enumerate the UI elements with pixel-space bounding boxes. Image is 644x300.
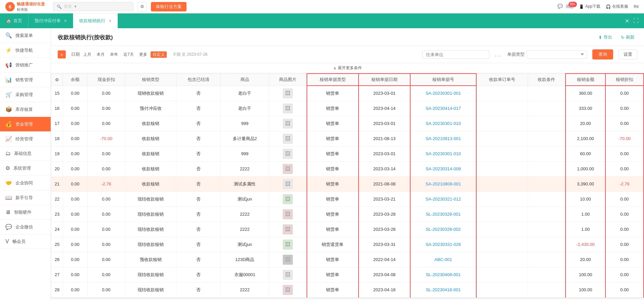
expand-more-button[interactable]: ∨ 展开更多条件: [333, 65, 362, 71]
sidebar-item-basic[interactable]: 🗂 基础信息: [0, 146, 51, 161]
verify-bill-no-link[interactable]: SL-20230328-002: [426, 227, 461, 232]
logo: 6 畅捷通谐好生意 标准版: [5, 1, 45, 12]
tab-home[interactable]: 🏠 首页: [0, 13, 29, 28]
cell-verify-amount: 60.00: [566, 146, 605, 161]
col-header-settings: ⚙: [51, 74, 63, 86]
mobile-icon: 📱: [579, 4, 584, 9]
app-download-button[interactable]: 📱 App下载: [579, 4, 600, 9]
verify-bill-no-link[interactable]: SA-20230321-012: [426, 197, 461, 202]
date-custom[interactable]: 自定义: [151, 51, 167, 58]
sidebar-item-operations[interactable]: 📈 经营管理: [0, 132, 51, 146]
sidebar-item-marketing[interactable]: 📢 营销推广: [0, 58, 51, 73]
sidebar-item-shortcut[interactable]: ⚡ 快捷导航: [0, 43, 51, 58]
cell-verify-bill-date: 2023-03-01: [359, 116, 410, 131]
cell-receipt-condition: [528, 282, 566, 297]
verify-bill-no-link[interactable]: SL-20230418-001: [426, 287, 461, 292]
sidebar-item-inventory[interactable]: 📦 库存核算: [0, 102, 51, 117]
sidebar-item-system[interactable]: ⚙ 系统管理: [0, 161, 51, 176]
cell-include-settled: 否: [176, 86, 221, 101]
cell-verify-amount: 3,390.00: [566, 176, 605, 191]
cell-receipt-order-no: [476, 267, 528, 282]
gear-button[interactable]: ⚙: [138, 2, 147, 11]
verify-bill-no-link[interactable]: SA-20230301-010: [426, 151, 461, 156]
verify-bill-no-link[interactable]: SA-20230314-008: [426, 166, 461, 171]
date-more[interactable]: 更多: [138, 51, 149, 58]
cell-verify-discount: -2.76: [605, 176, 644, 191]
goods-img: 🖼: [283, 149, 293, 159]
sidebar-item-member[interactable]: V 畅会员: [0, 234, 51, 249]
online-service-button[interactable]: 🎧 在线客服: [606, 4, 628, 9]
sidebar-item-corp[interactable]: 🤝 企业协同: [0, 176, 51, 190]
cell-id: 24: [51, 222, 63, 237]
settings-button[interactable]: 设置: [619, 49, 637, 59]
tab-close-all-icon[interactable]: ✕: [625, 18, 629, 24]
date-this-month[interactable]: 本月: [95, 51, 106, 58]
verify-bill-no-link[interactable]: SA-20230301-010: [426, 121, 461, 126]
cell-verify-type: 收款核销: [125, 146, 176, 161]
verify-bill-no-link[interactable]: SA-20210813-001: [426, 136, 461, 141]
sidebar-item-wechat[interactable]: 💬 企业微信: [0, 220, 51, 234]
expand-button[interactable]: »: [58, 50, 66, 58]
table-row: 27 0.00 0.00 现结收款核销 否 衣服00001 🖼 销货单 2023…: [51, 267, 644, 282]
cell-cash-discount: 0.00: [87, 282, 125, 297]
bill-type-select[interactable]: [527, 50, 587, 59]
cell-verify-bill-type: 销货单: [307, 252, 359, 267]
tab-verify-close[interactable]: ×: [109, 18, 111, 24]
tab-prepay[interactable]: 预付冲应付单 ×: [29, 13, 73, 28]
goods-img: 🖼: [283, 270, 293, 280]
verify-bill-no-link[interactable]: SA-20230331-026: [426, 242, 461, 247]
sidebar-item-finance[interactable]: 💰 资金管理: [0, 117, 51, 132]
sidebar-item-sales[interactable]: 📊 销售管理: [0, 73, 51, 87]
cell-goods: 测试多属性: [221, 176, 269, 191]
cell-verify-amount: -2,430.00: [566, 237, 605, 252]
cell-cash-discount: 0.00: [87, 252, 125, 267]
tab-prepay-close[interactable]: ×: [64, 18, 67, 24]
verify-bill-no-link[interactable]: SA-20210808-001: [426, 181, 461, 186]
cell-verify-type: 收款核销: [125, 176, 176, 191]
sidebar-item-purchase[interactable]: 🛒 采购管理: [0, 87, 51, 102]
sidebar-item-guide[interactable]: 📖 新手引导: [0, 190, 51, 205]
cell-verify-amount: 333.00: [566, 101, 605, 116]
user-name[interactable]: Rit: [634, 4, 639, 9]
verify-bill-no-link[interactable]: ABC-001: [434, 257, 452, 262]
cell-include-settled: 否: [176, 191, 221, 207]
main-layout: 🔍 搜索菜单 ⚡ 快捷导航 📢 营销推广 📊 销售管理 🛒 采购管理 📦 库存核…: [0, 28, 644, 300]
search-input-wrap[interactable]: 🔍 搜索 ▼: [53, 2, 133, 11]
export-button[interactable]: ⬆ 导出: [596, 33, 615, 42]
table-row: 20 0.00 0.00 收款核销 否 2222 🖼 销货单 2023-03-1…: [51, 161, 644, 176]
cell-cash-discount: 0.00: [87, 191, 125, 207]
verify-bill-no-link[interactable]: SA-20230414-017: [426, 106, 461, 111]
cell-verify-bill-no: SA-20230301-010: [410, 116, 476, 131]
tab-restore-icon[interactable]: ⛶: [633, 18, 639, 24]
message-button[interactable]: 💬 99+ 消息: [557, 4, 574, 9]
counterpart-input[interactable]: [422, 50, 489, 59]
search-placeholder: 搜索: [64, 4, 72, 9]
table-row: 24 0.00 0.00 现结收款核销 否 2222 🖼 销货单 2023-03…: [51, 222, 644, 237]
date-last-month[interactable]: 上月: [82, 51, 93, 58]
industry-button[interactable]: 体验行业方案: [151, 2, 186, 11]
sidebar-item-search[interactable]: 🔍 搜索菜单: [0, 28, 51, 43]
date-7days[interactable]: 近7天: [122, 51, 135, 58]
sidebar-item-label: 销售管理: [15, 77, 33, 83]
sidebar-item-hardware[interactable]: 🖥 智能硬件: [0, 205, 51, 220]
cell-balance: 0.00: [63, 282, 87, 297]
goods-img: 🖼: [283, 119, 293, 129]
sidebar-item-label: 经营管理: [15, 136, 33, 142]
col-header-verify-bill-no: 核销单据号: [410, 74, 476, 86]
sales-icon: 📊: [5, 77, 12, 83]
expand-more-label: 展开更多条件: [338, 65, 362, 71]
cell-verify-bill-no: SL-20230418-001: [410, 282, 476, 297]
table-row: 15 0.00 0.00 现销收款核销 否 老白干 🖼 销货单 2023-03-…: [51, 86, 644, 101]
refresh-button[interactable]: ↻ 刷新: [618, 33, 637, 42]
query-button[interactable]: 查询: [592, 49, 613, 59]
verify-bill-no-link[interactable]: SL-20230328-001: [426, 212, 461, 217]
tab-verify[interactable]: 收款核销执行 ×: [73, 13, 118, 28]
table-footer: 40,556,66... 952.24: [51, 298, 644, 300]
verify-bill-no-link[interactable]: SL-20230408-001: [426, 272, 461, 277]
cell-verify-bill-type: 销货单: [307, 207, 359, 222]
cell-verify-type: 现结收款核销: [125, 237, 176, 252]
system-icon: ⚙: [5, 165, 10, 171]
date-this-year[interactable]: 本年: [109, 51, 119, 58]
verify-bill-no-link[interactable]: SA-20230301-001: [426, 91, 461, 96]
cell-balance: 0.00: [63, 237, 87, 252]
